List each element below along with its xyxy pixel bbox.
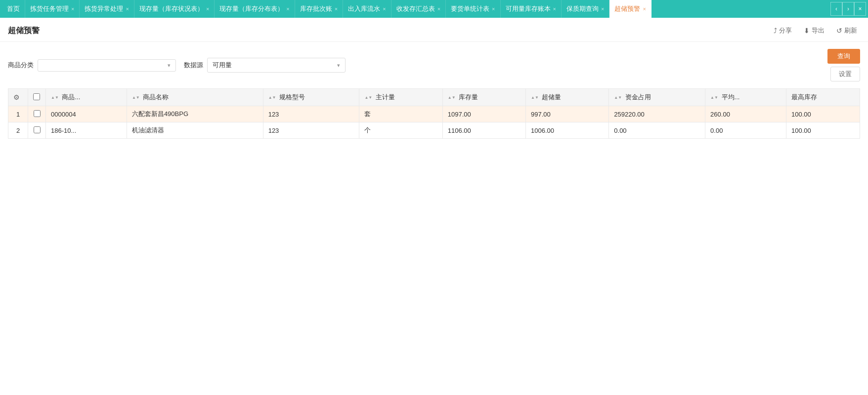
row-product-name-2: 机油滤清器 — [127, 122, 263, 139]
row-num-1: 1 — [8, 106, 28, 122]
th-label-avg: 平均... — [722, 93, 740, 101]
nav-item-batch[interactable]: 库存批次账 × — [295, 0, 343, 18]
nav-label-collect-summary: 收发存汇总表 — [396, 4, 435, 13]
nav-label-batch: 库存批次账 — [300, 4, 332, 13]
close-icon-batch[interactable]: × — [335, 6, 338, 12]
row-overstock-2: 1006.00 — [526, 122, 609, 139]
nav-label-inout-flow: 出入库流水 — [348, 4, 380, 13]
row-unit-1: 套 — [359, 106, 442, 122]
th-settings[interactable]: ⚙ — [8, 89, 28, 106]
close-icon-shelf-life[interactable]: × — [601, 6, 604, 12]
nav-item-inventory-status[interactable]: 现存量（库存状况表） × — [134, 0, 215, 18]
nav-item-shelf-life[interactable]: 保质期查询 × — [562, 0, 609, 18]
close-icon-order-stats[interactable]: × — [492, 6, 495, 12]
share-label: 分享 — [779, 26, 792, 35]
row-product-code-2: 186-10... — [46, 122, 127, 139]
th-product-name[interactable]: ▲▼ 商品名称 — [127, 89, 263, 106]
th-max-stock: 最高库存 — [786, 89, 860, 106]
table-container: ⚙ ▲▼ 商品... ▲▼ 商品名称 ▲▼ 规格型号 — [0, 88, 868, 139]
header-actions: ⤴ 分享 ⬇ 导出 ↺ 刷新 — [771, 25, 860, 37]
export-label: 导出 — [812, 26, 825, 35]
th-label-spec: 规格型号 — [279, 93, 305, 101]
close-icon-inout-flow[interactable]: × — [383, 6, 386, 12]
th-product-code[interactable]: ▲▼ 商品... — [46, 89, 127, 106]
close-icon-inventory-status[interactable]: × — [206, 6, 209, 12]
nav-arrows: ‹ › × — [830, 2, 866, 16]
th-label-inventory: 库存量 — [459, 93, 478, 101]
refresh-label: 刷新 — [844, 26, 857, 35]
refresh-button[interactable]: ↺ 刷新 — [833, 25, 860, 37]
query-button[interactable]: 查询 — [827, 49, 860, 64]
nav-label-order-stats: 要货单统计表 — [451, 4, 489, 13]
filter-datasource: 数据源 可用量 ▾ — [184, 58, 346, 73]
export-icon: ⬇ — [804, 27, 810, 35]
row-product-code-1: 0000004 — [46, 106, 127, 122]
top-nav: 首页 拣货任务管理 × 拣货异常处理 × 现存量（库存状况表） × 现存量（库存… — [0, 0, 868, 18]
page-container: 超储预警 ⤴ 分享 ⬇ 导出 ↺ 刷新 商品分类 ▾ 数据源 — [0, 18, 868, 395]
nav-item-abnormal[interactable]: 拣货异常处理 × — [80, 0, 134, 18]
close-icon-abnormal[interactable]: × — [126, 6, 129, 12]
row-avg-2: 0.00 — [705, 122, 786, 139]
row-select-checkbox-2[interactable] — [34, 126, 41, 133]
nav-item-home[interactable]: 首页 — [2, 0, 25, 18]
row-select-checkbox-1[interactable] — [34, 110, 41, 117]
category-select[interactable]: ▾ — [38, 59, 176, 72]
sort-icon-product-name: ▲▼ — [132, 96, 140, 100]
th-inventory[interactable]: ▲▼ 库存量 — [442, 89, 525, 106]
nav-label-abnormal: 拣货异常处理 — [85, 4, 123, 13]
row-product-name-1: 六配套新昌490BPG — [127, 106, 263, 122]
filter-category: 商品分类 ▾ — [8, 59, 176, 72]
th-label-overstock: 超储量 — [542, 93, 561, 101]
th-unit[interactable]: ▲▼ 主计量 — [359, 89, 442, 106]
row-unit-2: 个 — [359, 122, 442, 139]
close-icon-task-mgmt[interactable]: × — [71, 6, 74, 12]
page-header: 超储预警 ⤴ 分享 ⬇ 导出 ↺ 刷新 — [0, 18, 868, 42]
nav-item-available-ledger[interactable]: 可用量库存账本 × — [501, 0, 562, 18]
nav-arrow-close[interactable]: × — [854, 2, 866, 16]
th-label-unit: 主计量 — [376, 93, 395, 101]
row-checkbox-2[interactable] — [28, 122, 46, 139]
th-label-capital: 资金占用 — [625, 93, 651, 101]
th-label-max-stock: 最高库存 — [791, 93, 817, 101]
close-icon-available-ledger[interactable]: × — [553, 6, 556, 12]
nav-arrow-right[interactable]: › — [842, 2, 854, 16]
category-label: 商品分类 — [8, 61, 34, 70]
refresh-icon: ↺ — [836, 27, 842, 35]
row-max-stock-1: 100.00 — [786, 106, 860, 122]
page-title: 超储预警 — [8, 26, 40, 36]
datasource-label: 数据源 — [184, 61, 203, 70]
th-capital[interactable]: ▲▼ 资金占用 — [609, 89, 705, 106]
nav-item-order-stats[interactable]: 要货单统计表 × — [446, 0, 500, 18]
nav-item-collect-summary[interactable]: 收发存汇总表 × — [391, 0, 446, 18]
setting-button[interactable]: 设置 — [830, 67, 860, 81]
row-inventory-1: 1097.00 — [442, 106, 525, 122]
row-spec-2: 123 — [263, 122, 359, 139]
nav-item-inventory-dist[interactable]: 现存量（库存分布表） × — [215, 0, 295, 18]
select-all-checkbox[interactable] — [33, 93, 40, 100]
nav-item-overstock[interactable]: 超储预警 × — [609, 0, 651, 18]
th-checkbox — [28, 89, 46, 106]
nav-label-inventory-status: 现存量（库存状况表） — [139, 4, 204, 13]
nav-item-inout-flow[interactable]: 出入库流水 × — [343, 0, 391, 18]
row-capital-1: 259220.00 — [609, 106, 705, 122]
close-icon-collect-summary[interactable]: × — [437, 6, 440, 12]
row-avg-1: 260.00 — [705, 106, 786, 122]
th-spec[interactable]: ▲▼ 规格型号 — [263, 89, 359, 106]
th-overstock[interactable]: ▲▼ 超储量 — [526, 89, 609, 106]
sort-icon-unit: ▲▼ — [364, 96, 372, 100]
sort-icon-avg: ▲▼ — [710, 96, 718, 100]
sort-icon-spec: ▲▼ — [268, 96, 276, 100]
row-checkbox-1[interactable] — [28, 106, 46, 122]
close-icon-overstock[interactable]: × — [643, 6, 646, 12]
export-button[interactable]: ⬇ 导出 — [801, 25, 827, 37]
row-num-2: 2 — [8, 122, 28, 139]
datasource-select[interactable]: 可用量 ▾ — [207, 58, 346, 73]
nav-label-home: 首页 — [7, 4, 20, 13]
nav-item-task-mgmt[interactable]: 拣货任务管理 × — [25, 0, 80, 18]
nav-arrow-left[interactable]: ‹ — [830, 2, 842, 16]
share-button[interactable]: ⤴ 分享 — [771, 25, 795, 37]
settings-gear-icon[interactable]: ⚙ — [13, 93, 20, 101]
th-avg[interactable]: ▲▼ 平均... — [705, 89, 786, 106]
close-icon-inventory-dist[interactable]: × — [286, 6, 289, 12]
nav-label-shelf-life: 保质期查询 — [566, 4, 599, 13]
